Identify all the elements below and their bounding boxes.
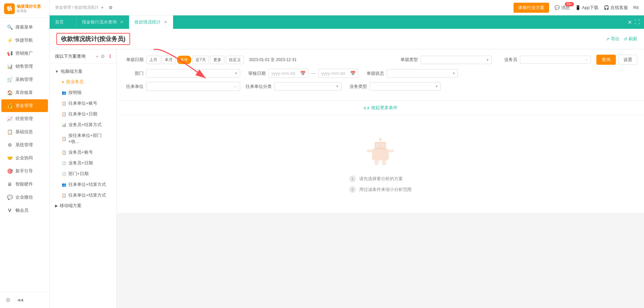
scheme-item-unit-method3[interactable]: 📋 往来单位+结算方式 bbox=[52, 190, 116, 201]
scheme-item-detail[interactable]: 👥 按明细 bbox=[52, 87, 116, 98]
last7-btn[interactable]: 近7天 bbox=[193, 56, 209, 64]
sidebar-item-hardware[interactable]: 🖥 智能硬件 bbox=[1, 178, 48, 191]
filter-row-1: 单据日期 上月 本月 本年 近7天 更多 自定义 2023-01-01 至 20… bbox=[123, 55, 637, 65]
tabs-bar: 首页 现金银行流水查询 ✕ 收款情况统计 ✕ ✕ ⛶ bbox=[50, 15, 644, 29]
scheme-item-unit-method2[interactable]: 👥 往来单位+结算方式 bbox=[52, 179, 116, 190]
mobile-section[interactable]: ▶ 移动端方案 bbox=[50, 201, 116, 211]
step-1-number: 1 bbox=[349, 175, 356, 182]
scheme-item-unit-dept[interactable]: 📋 按往来单位+部门+收... bbox=[52, 130, 116, 147]
sidebar-footer: ⚙ ◀◀ bbox=[0, 292, 49, 308]
tab-bank[interactable]: 现金银行流水查询 ✕ bbox=[76, 15, 129, 29]
finance-icon: 💰 bbox=[7, 103, 13, 109]
dept-date-icon: 🕐 bbox=[62, 172, 66, 176]
salesperson-date-icon: 🕐 bbox=[62, 161, 66, 165]
message-button[interactable]: 💬 消息 99+ bbox=[554, 5, 570, 11]
export-button[interactable]: ↗ 导出 bbox=[606, 36, 620, 42]
detail-icon: 👥 bbox=[62, 91, 66, 95]
scheme-settings-icon: ⚙ bbox=[101, 54, 105, 59]
svg-rect-11 bbox=[382, 160, 386, 165]
scheme-item-unit-account[interactable]: 📋 往来单位+账号 bbox=[52, 98, 116, 109]
collapse-more-button[interactable]: ∧∧ 收起更多条件 bbox=[363, 105, 397, 111]
audit-date-start-input[interactable]: yyyy-mm-dd 📅 bbox=[268, 69, 309, 78]
sidebar-item-operations[interactable]: 📈 经营管理 bbox=[1, 112, 48, 125]
scheme-item-salesperson[interactable]: ● 按业务员 bbox=[52, 76, 116, 87]
custom-btn[interactable]: 自定义 bbox=[226, 56, 244, 64]
dept-select[interactable]: ▾ bbox=[146, 69, 240, 78]
filter-salesperson: 业务员 ··· bbox=[497, 56, 591, 64]
collapse-up-icon: ∧∧ bbox=[363, 105, 370, 110]
scheme-item-salesperson-method[interactable]: 📊 业务员+结算方式 bbox=[52, 119, 116, 130]
svg-point-5 bbox=[382, 145, 384, 146]
sidebar-item-quicknav[interactable]: ⚡ 快捷导航 bbox=[1, 34, 48, 47]
sidebar-item-inventory[interactable]: 🏠 库存核算 bbox=[1, 86, 48, 99]
query-button[interactable]: 查询 bbox=[596, 55, 616, 65]
sidebar-item-finance[interactable]: 💰 资金管理 bbox=[1, 99, 48, 112]
doc-type-select[interactable]: ▾ bbox=[421, 56, 492, 64]
doc-status-select[interactable]: ▾ bbox=[387, 69, 458, 78]
this-year-btn[interactable]: 本年 bbox=[177, 56, 191, 64]
scheme-item-unit-date[interactable]: 📋 往来单位+日期 bbox=[52, 109, 116, 119]
user-profile[interactable]: Rit bbox=[633, 5, 639, 10]
prev-month-btn[interactable]: 上月 bbox=[146, 56, 160, 64]
left-panel: 按以下方案查询 + ⚙ 《 ▼ 电脑端方案 ● 按业务员 bbox=[50, 49, 117, 308]
tab-home[interactable]: 首页 bbox=[50, 15, 76, 29]
online-service-button[interactable]: 🎧 在线客服 bbox=[604, 5, 628, 11]
scheme-item-salesperson-date[interactable]: 🕐 业务员+日期 bbox=[52, 158, 116, 168]
sidebar-collapse-button[interactable]: ◀◀ bbox=[15, 295, 25, 305]
salesperson-account-icon: 📋 bbox=[62, 150, 66, 155]
sidebar-item-guide[interactable]: 🎯 新手引导 bbox=[1, 165, 48, 177]
breadcrumb-chevron-icon[interactable]: ▾ bbox=[101, 5, 103, 10]
tab-receipt[interactable]: 收款情况统计 ✕ bbox=[129, 15, 173, 29]
quicknav-icon: ⚡ bbox=[7, 37, 13, 43]
counterpart-category-select[interactable]: ▾ bbox=[274, 82, 341, 91]
doc-status-chevron-icon: ▾ bbox=[453, 71, 455, 75]
this-month-btn[interactable]: 本月 bbox=[162, 56, 176, 64]
tab-close-all-icon[interactable]: ✕ bbox=[628, 19, 632, 25]
logo-icon: 畅 bbox=[4, 3, 15, 14]
desktop-section[interactable]: ▼ 电脑端方案 bbox=[50, 66, 116, 76]
unit-method2-icon: 👥 bbox=[62, 183, 66, 187]
business-type-select[interactable]: ▾ bbox=[370, 82, 441, 91]
panel-collapse-button[interactable]: 《 bbox=[107, 54, 111, 59]
tab-bank-close-icon[interactable]: ✕ bbox=[120, 20, 123, 24]
filter-row-2: 部门 ▾ 审核日期 yyyy-mm-dd 📅 — bbox=[123, 69, 637, 78]
counterpart-label: 往来单位 bbox=[123, 84, 144, 90]
sidebar-item-search[interactable]: 🔍 搜索菜单 bbox=[1, 21, 48, 34]
trial-button[interactable]: 体验行业方案 bbox=[514, 3, 549, 13]
salesperson-select[interactable]: ··· bbox=[520, 56, 591, 64]
scheme-item-dept-date[interactable]: 🕐 部门+日期 bbox=[52, 168, 116, 179]
more-btn[interactable]: 更多 bbox=[210, 56, 224, 64]
sidebar-item-enterprise[interactable]: 🤝 企业协同 bbox=[1, 152, 48, 164]
unit-method3-icon: 📋 bbox=[62, 193, 66, 198]
tab-fullscreen-icon[interactable]: ⛶ bbox=[635, 19, 640, 25]
service-icon: 🎧 bbox=[604, 5, 609, 10]
sidebar-item-purchase[interactable]: 🛒 采购管理 bbox=[1, 73, 48, 86]
tab-receipt-close-icon[interactable]: ✕ bbox=[164, 20, 167, 24]
sidebar-item-basic[interactable]: 📋 基础信息 bbox=[1, 125, 48, 138]
inventory-icon: 🏠 bbox=[7, 90, 13, 96]
filter-area: 单据日期 上月 本月 本年 近7天 更多 自定义 2023-01-01 至 20… bbox=[117, 49, 644, 100]
sidebar-item-system[interactable]: ⚙ 系统管理 bbox=[1, 139, 48, 151]
add-scheme-button[interactable]: + bbox=[96, 54, 99, 59]
filter-settings-button[interactable]: 设置 bbox=[619, 55, 637, 65]
logo-badge: 标准版 bbox=[17, 9, 41, 13]
sidebar-item-wechat[interactable]: 💬 企业微信 bbox=[1, 191, 48, 204]
refresh-button[interactable]: ↺ 刷新 bbox=[624, 36, 637, 42]
app-download-button[interactable]: 📱 App下载 bbox=[575, 5, 598, 11]
topbar-settings-button[interactable]: ⚙ bbox=[106, 3, 115, 12]
mobile-expand-icon: ▶ bbox=[55, 204, 58, 208]
operations-icon: 📈 bbox=[7, 116, 13, 122]
purchase-icon: 🛒 bbox=[7, 76, 13, 83]
hardware-icon: 🖥 bbox=[7, 181, 13, 187]
sidebar: 畅 畅捷通好生意 标准版 🔍 搜索菜单 ⚡ 快捷导航 📢 营销推广 📊 销售管理… bbox=[0, 0, 50, 308]
right-panel: 单据日期 上月 本月 本年 近7天 更多 自定义 2023-01-01 至 20… bbox=[117, 49, 644, 308]
scheme-item-salesperson-account[interactable]: 📋 业务员+账号 bbox=[52, 147, 116, 158]
svg-rect-10 bbox=[375, 160, 379, 165]
sidebar-item-marketing[interactable]: 📢 营销推广 bbox=[1, 47, 48, 60]
audit-date-end-input[interactable]: yyyy-mm-dd 📅 bbox=[318, 69, 359, 78]
sidebar-settings-button[interactable]: ⚙ bbox=[3, 295, 13, 305]
svg-rect-1 bbox=[375, 142, 386, 149]
sidebar-item-vip[interactable]: V 畅会员 bbox=[1, 204, 48, 217]
counterpart-select[interactable]: ··· bbox=[146, 82, 240, 91]
sidebar-item-sales[interactable]: 📊 销售管理 bbox=[1, 60, 48, 73]
